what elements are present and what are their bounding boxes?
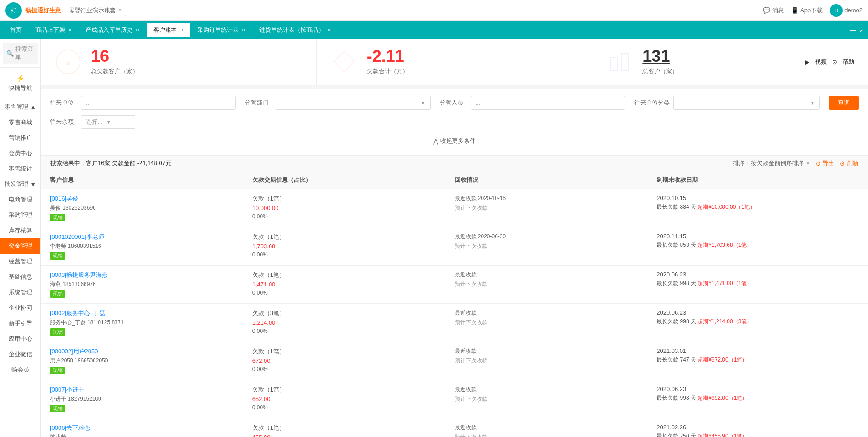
video-label: 视频	[815, 58, 827, 66]
customer-name-link[interactable]: [0002]服务中心_丁磊	[50, 310, 105, 316]
debt-amount: 10,000.00	[252, 205, 455, 211]
sort-label: 排序：按欠款金额倒序排序	[733, 159, 804, 167]
expire-date: 2020.10.15	[657, 195, 859, 201]
tab-shang-pin-close-icon[interactable]: ✕	[68, 27, 72, 33]
stat-card-total-debt: -2.11 欠款合计（万）	[317, 39, 593, 85]
sidebar-item-member[interactable]: 会员中心	[0, 146, 40, 161]
collect-next: 预计下次收款	[455, 357, 657, 365]
results-bar: 搜索结果中，客户16家 欠款金额 -21,148.07元 排序：按欠款金额倒序排…	[41, 155, 868, 171]
store-selector[interactable]: 母婴行业演示账套 ▼	[65, 5, 126, 16]
tab-jin-huo[interactable]: 进货单统计表（按商品） ✕	[253, 23, 337, 37]
message-button[interactable]: 💬 消息	[763, 6, 784, 15]
sidebar-item-purchase[interactable]: 采购管理	[0, 207, 40, 223]
customer-name-link[interactable]: [0003]畅捷服务尹海燕	[50, 271, 108, 278]
tab-maximize-icon[interactable]: ⤢	[859, 27, 864, 34]
business-label: 经营管理	[9, 257, 32, 266]
search-button[interactable]: 查询	[829, 96, 859, 110]
filter-label-unit: 往来单位	[50, 99, 77, 107]
sidebar-item-enterprise[interactable]: 企业协同	[0, 300, 40, 316]
debt-info: 欠款（1笔） 455.90 0.00%	[252, 424, 455, 437]
filter-input-unit[interactable]: ...	[81, 96, 236, 110]
tab-chan-pin-close-icon[interactable]: ✕	[135, 27, 140, 33]
filter-input-person[interactable]: ...	[471, 96, 625, 110]
collect-date: 最近收款 2020-10-15	[455, 195, 657, 202]
stat-info-debt-customers: 16 总欠款客户（家）	[91, 48, 138, 75]
tab-bar-actions: — ⤢	[850, 27, 864, 34]
filter-input-balance[interactable]: 选择... ▼	[81, 115, 135, 129]
sort-chevron-icon: ▼	[806, 161, 810, 166]
wechat-label: 企业微信	[9, 350, 32, 358]
tab-cai-gou-close-icon[interactable]: ✕	[241, 27, 246, 33]
customer-info: [0016]吴俊 吴俊 13026203696 现销	[50, 195, 252, 221]
export-button[interactable]: ⊙ 导出	[816, 159, 834, 167]
sidebar-search[interactable]: 🔍 搜索菜单	[0, 39, 40, 68]
overdue-days: 最长欠款 884 天 超期¥10,000.00（1笔）	[657, 203, 859, 211]
customer-name-link[interactable]: [0006]去下粮仓	[50, 424, 90, 431]
overdue-amount-link[interactable]: 超期¥10,000.00（1笔）	[697, 204, 755, 210]
user-menu[interactable]: D demo2	[830, 4, 863, 17]
overdue-amount-link[interactable]: 超期¥455.90（1笔）	[697, 433, 748, 437]
table-row: [0002]服务中心_丁磊 服务中心_丁磊 181 0125 8371 现销 欠…	[41, 304, 868, 342]
inventory-label: 库存核算	[9, 226, 32, 235]
sidebar-item-member-plus[interactable]: 畅会员	[0, 362, 40, 377]
sort-select[interactable]: 排序：按欠款金额倒序排序 ▼	[733, 159, 810, 167]
overdue-amount-link[interactable]: 超期¥1,471.00（1笔）	[697, 280, 752, 286]
tab-ke-hu[interactable]: 客户账本 ✕	[147, 23, 190, 37]
tab-cai-gou[interactable]: 采购订单统计表 ✕	[191, 23, 252, 37]
collect-next: 预计下次收款	[455, 395, 657, 403]
debt-count: 欠款（1笔）	[252, 271, 455, 279]
ecommerce-label: 电商管理	[9, 196, 32, 204]
sidebar-item-wechat[interactable]: 企业微信	[0, 347, 40, 362]
stat-icon-building	[606, 48, 633, 75]
sidebar-item-retail-stats[interactable]: 零售统计	[0, 161, 40, 176]
logo-area: 好 畅捷通好生意 母婴行业演示账套 ▼	[5, 2, 126, 19]
customer-name-link[interactable]: [000002]用户2050	[50, 348, 98, 355]
tab-jin-huo-close-icon[interactable]: ✕	[327, 27, 331, 33]
collect-info: 最近收款 2020-06-30 预计下次收款	[455, 233, 657, 250]
sidebar-item-app-center[interactable]: 应用中心	[0, 331, 40, 347]
search-box[interactable]: 🔍 搜索菜单	[3, 43, 38, 64]
debt-count: 欠款（1笔）	[252, 386, 455, 394]
sidebar-item-finance[interactable]: 资金管理	[0, 238, 40, 254]
customer-phone: 用户2050 18665062050	[50, 357, 252, 365]
sidebar-item-marketing[interactable]: 营销推广	[0, 130, 40, 146]
app-download-button[interactable]: 📱 App下载	[791, 6, 823, 15]
overdue-days: 最长欠款 853 天 超期¥1,703.68（1笔）	[657, 241, 859, 249]
overdue-amount-link[interactable]: 超期¥652.00（1笔）	[697, 395, 748, 401]
sidebar-item-inventory[interactable]: 库存核算	[0, 223, 40, 238]
debt-count: 欠款（3笔）	[252, 309, 455, 317]
collect-next: 预计下次收款	[455, 433, 657, 437]
sidebar-item-retail-manage[interactable]: 零售管理 ▲	[0, 99, 40, 115]
sidebar-item-ecommerce[interactable]: 电商管理	[0, 192, 40, 207]
table-row: [0007]小进干 小进干 18279152100 现销 欠款（1笔） 652.…	[41, 380, 868, 418]
overdue-amount-link[interactable]: 超期¥1,703.68（1笔）	[697, 242, 752, 248]
customer-name-link[interactable]: [0016]吴俊	[50, 195, 78, 202]
sidebar-item-business[interactable]: 经营管理	[0, 254, 40, 269]
tab-shang-pin[interactable]: 商品上下架 ✕	[29, 23, 78, 37]
sidebar-item-retail-mall[interactable]: 零售商城	[0, 115, 40, 130]
avatar: D	[830, 4, 843, 17]
sidebar-item-quick-nav[interactable]: ⚡ 快捷导航	[0, 70, 40, 96]
expire-info: 2021.03.01 最长欠款 747 天 超期¥672.00（1笔）	[657, 347, 859, 364]
tab-ke-hu-close-icon[interactable]: ✕	[180, 27, 184, 33]
store-chevron-icon: ▼	[118, 8, 122, 13]
sidebar-item-basic-info[interactable]: 基础信息	[0, 269, 40, 285]
refresh-button[interactable]: ⊙ 刷新	[840, 159, 858, 167]
sidebar-item-wholesale[interactable]: 批发管理 ▼	[0, 176, 40, 192]
quick-nav-icon: ⚡	[16, 74, 25, 83]
customer-name-link[interactable]: [0007]小进干	[50, 386, 84, 393]
collapse-button[interactable]: ⋀ 收起更多条件	[50, 134, 859, 148]
overdue-amount-link[interactable]: 超期¥672.00（1笔）	[697, 357, 748, 363]
sidebar-item-system[interactable]: 系统管理	[0, 285, 40, 300]
tab-minimize-icon[interactable]: —	[850, 27, 856, 34]
sidebar-item-guide[interactable]: 新手引导	[0, 316, 40, 331]
collect-info: 最近收款 预计下次收款	[455, 309, 657, 326]
tab-cai-gou-label: 采购订单统计表	[197, 26, 239, 34]
filter-select-dept[interactable]: ▼	[276, 96, 430, 110]
overdue-amount-link[interactable]: 超期¥1,214.00（3笔）	[697, 318, 752, 325]
tab-home[interactable]: 首页	[4, 23, 28, 37]
tab-chan-pin[interactable]: 产成品入库单历史 ✕	[79, 23, 146, 37]
svg-marker-2	[334, 52, 354, 72]
filter-select-category[interactable]: ▼	[673, 96, 820, 110]
customer-name-link[interactable]: [0001020001]李老师	[50, 233, 104, 240]
